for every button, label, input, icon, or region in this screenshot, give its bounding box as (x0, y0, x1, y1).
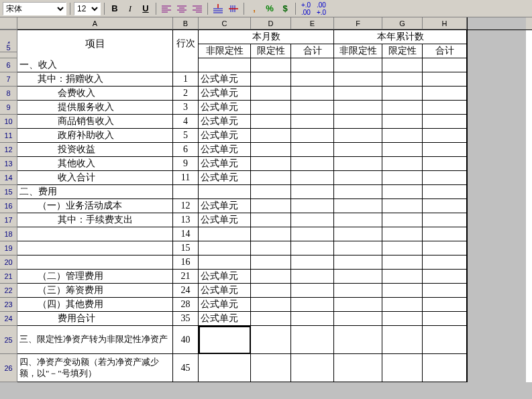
cell[interactable] (382, 241, 423, 255)
cell[interactable] (382, 157, 423, 171)
cell[interactable] (17, 227, 173, 241)
row-header[interactable]: 23 (0, 298, 17, 312)
cell[interactable] (251, 58, 291, 72)
cell[interactable] (423, 115, 467, 129)
horizontal-align-button[interactable] (227, 2, 240, 15)
cell[interactable]: 一、收入 (17, 58, 173, 72)
col-header-D[interactable]: D (251, 17, 291, 30)
row-header[interactable]: 18 (0, 227, 17, 241)
cell[interactable] (291, 312, 334, 326)
increase-decimal-button[interactable]: +.0.00 (299, 2, 313, 15)
cell[interactable]: 公式单元 (199, 157, 251, 171)
select-all-corner[interactable] (0, 17, 17, 30)
row-header[interactable]: 19 (0, 241, 17, 255)
cell[interactable] (334, 255, 382, 270)
cell[interactable]: 15 (173, 241, 199, 255)
col-header-B[interactable]: B (173, 17, 199, 30)
cell[interactable] (334, 227, 382, 241)
cell[interactable] (423, 58, 467, 72)
cell[interactable]: 限定性 (251, 44, 291, 58)
col-header-F[interactable]: F (334, 17, 382, 30)
cell[interactable] (423, 171, 467, 185)
row-header[interactable]: 9 (0, 101, 17, 115)
cell[interactable]: （二）管理费用 (17, 270, 173, 284)
cell[interactable] (291, 284, 334, 298)
cell[interactable]: 2 (173, 87, 199, 101)
cell[interactable] (334, 270, 382, 284)
cell[interactable]: 45 (173, 354, 199, 382)
cell[interactable] (251, 199, 291, 213)
cell[interactable]: 4 (173, 115, 199, 129)
col-header-E[interactable]: E (291, 17, 334, 30)
cell[interactable] (423, 72, 467, 87)
cell[interactable] (334, 115, 382, 129)
cell[interactable]: 商品销售收入 (17, 115, 173, 129)
cell[interactable] (251, 129, 291, 143)
cell[interactable] (199, 354, 251, 382)
cell[interactable] (334, 326, 382, 354)
cell[interactable] (173, 58, 199, 72)
cell[interactable]: 公式单元 (199, 87, 251, 101)
cell[interactable]: 28 (173, 298, 199, 312)
cell[interactable] (251, 284, 291, 298)
cell[interactable]: 投资收益 (17, 143, 173, 157)
cell[interactable] (251, 227, 291, 241)
cell[interactable]: 非限定性 (199, 44, 251, 58)
cell[interactable] (291, 241, 334, 255)
font-select[interactable]: 宋体 (3, 2, 66, 15)
cell[interactable] (251, 72, 291, 87)
cell[interactable]: 16 (173, 255, 199, 270)
cell[interactable] (382, 58, 423, 72)
cell[interactable] (423, 284, 467, 298)
row-header[interactable]: 15 (0, 185, 17, 199)
cell[interactable]: 其中：捐赠收入 (17, 72, 173, 87)
cell[interactable]: （三）筹资费用 (17, 284, 173, 298)
cell[interactable]: 13 (173, 213, 199, 227)
cell[interactable] (423, 326, 467, 354)
cell[interactable] (291, 185, 334, 199)
row-header[interactable]: 25 (0, 326, 17, 354)
cell[interactable] (382, 185, 423, 199)
cell[interactable]: 收入合计 (17, 171, 173, 185)
cell[interactable] (251, 157, 291, 171)
cell[interactable] (251, 143, 291, 157)
cell[interactable]: 21 (173, 270, 199, 284)
cell[interactable] (334, 199, 382, 213)
cell[interactable] (423, 255, 467, 270)
cell[interactable] (382, 101, 423, 115)
col-header-A[interactable]: A (17, 17, 173, 30)
cell[interactable]: 限定性 (382, 44, 423, 58)
cell[interactable]: 24 (173, 284, 199, 298)
cell[interactable] (291, 115, 334, 129)
cell[interactable] (291, 157, 334, 171)
cell[interactable] (251, 171, 291, 185)
cell[interactable]: （一）业务活动成本 (17, 199, 173, 213)
cell[interactable] (199, 255, 251, 270)
underline-button[interactable]: U (139, 2, 152, 15)
cell[interactable]: 9 (173, 157, 199, 171)
row-header[interactable]: 22 (0, 284, 17, 298)
cell[interactable] (291, 255, 334, 270)
cell[interactable] (334, 171, 382, 185)
cell[interactable] (382, 213, 423, 227)
row-header[interactable]: 12 (0, 143, 17, 157)
cell[interactable] (334, 241, 382, 255)
cell[interactable] (423, 199, 467, 213)
cell[interactable]: 6 (173, 143, 199, 157)
cell[interactable] (251, 101, 291, 115)
bold-button[interactable]: B (108, 2, 121, 15)
cell[interactable] (334, 157, 382, 171)
cell[interactable]: 公式单元 (199, 270, 251, 284)
cell[interactable] (334, 354, 382, 382)
row-header[interactable]: 14 (0, 171, 17, 185)
cell[interactable] (291, 354, 334, 382)
cell[interactable]: 本月数 (199, 30, 334, 44)
cell[interactable] (382, 354, 423, 382)
cell[interactable] (199, 185, 251, 199)
cell[interactable]: 四、净资产变动额（若为净资产减少额，以"－"号填列） (17, 354, 173, 382)
cell[interactable]: 公式单元 (199, 101, 251, 115)
cell[interactable]: 合计 (291, 44, 334, 58)
col-header-G[interactable]: G (382, 17, 423, 30)
row-header[interactable]: 24 (0, 312, 17, 326)
cell[interactable]: 公式单元 (199, 129, 251, 143)
